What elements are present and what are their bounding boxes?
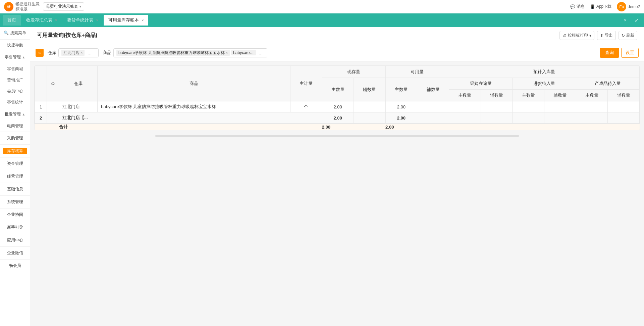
inventory-label[interactable]: 库存核算 xyxy=(3,148,27,154)
product-tag-1-close[interactable]: × xyxy=(226,51,228,55)
refresh-icon: ↻ xyxy=(622,33,625,38)
main-layout: 🔍 搜索菜单 快捷导航 零售管理 ▲ 零售商城 营销推广 会员中心 零售统计 批… xyxy=(0,27,644,326)
print-dropdown-icon: ▾ xyxy=(589,33,591,38)
cell-incoming-main-sub xyxy=(513,112,544,124)
sidebar-group-appstore-title[interactable]: 应用中心 xyxy=(0,234,30,246)
sidebar-item-member[interactable]: 会员中心 xyxy=(0,86,30,97)
content-area: 可用量查询(按仓库+商品) 🖨 按模板打印 ▾ ⬆ 导出 ↻ 刷新 xyxy=(30,27,644,326)
page-header: 可用量查询(按仓库+商品) 🖨 按模板打印 ▾ ⬆ 导出 ↻ 刷新 xyxy=(30,27,644,44)
th-incoming-header: 进货待入量 xyxy=(513,78,576,90)
store-selector[interactable]: 母婴行业演示账套 ▾ xyxy=(43,2,84,11)
product-more-btn[interactable]: … xyxy=(257,50,264,55)
cell-avail-main-1: 2.00 xyxy=(385,101,417,112)
print-btn[interactable]: 🖨 按模板打印 ▾ xyxy=(559,31,594,40)
cell-stock-main-1: 2.00 xyxy=(322,101,354,112)
cell-product-1: babycare学饮杯 儿童防摔防撞吸管杯重力球吸嘴杯宝宝水杯 xyxy=(98,101,290,112)
cell-stock-aux-1 xyxy=(354,101,385,112)
footer-stock-main: 2.00 xyxy=(322,124,354,130)
th-purchase-aux: 辅数量 xyxy=(481,90,513,101)
cell-production-main-sub xyxy=(576,112,608,124)
newbie-label: 新手引导 xyxy=(7,225,23,230)
sidebar-group-inventory-title[interactable]: 库存核算 xyxy=(0,145,30,157)
sidebar-group-basics-title[interactable]: 基础信息 xyxy=(0,183,30,195)
top-bar-right: 💬 消息 📱 App下载 Ea demo2 xyxy=(570,2,640,11)
cell-purchase-main-sub xyxy=(449,112,481,124)
user-profile[interactable]: Ea demo2 xyxy=(617,2,640,11)
product-filter-input[interactable]: babycare学饮杯 儿童防摔防撞吸管杯重力球吸嘴杯宝宝水杯 × babyca… xyxy=(113,48,267,57)
sidebar-group-wechat-title[interactable]: 企业微信 xyxy=(0,247,30,259)
th-available-header: 可用量 xyxy=(385,66,449,78)
cell-production-aux-1 xyxy=(608,101,640,112)
sidebar-item-retail-stats[interactable]: 零售统计 xyxy=(0,97,30,108)
product-tag-1: babycare学饮杯 儿童防摔防撞吸管杯重力球吸嘴杯宝宝水杯 × xyxy=(116,50,230,56)
warehouse-tag: 江北门店 × xyxy=(61,50,85,56)
print-icon: 🖨 xyxy=(562,33,567,38)
refresh-btn[interactable]: ↻ 刷新 xyxy=(619,31,637,40)
th-stock-header: 现存量 xyxy=(322,66,385,78)
warehouse-more-btn[interactable]: … xyxy=(86,50,93,55)
warehouse-filter-label: 仓库 xyxy=(48,50,56,56)
sidebar-item-retail-mall[interactable]: 零售商城 xyxy=(0,63,30,75)
sidebar-group-wholesale-title[interactable]: 批发管理 ▲ xyxy=(0,108,30,121)
tab-shoufashou[interactable]: 收发存汇总表 × xyxy=(21,15,62,26)
fullscreen-btn[interactable]: ⤢ xyxy=(632,15,641,25)
sidebar-group-newbie-title[interactable]: 新手引导 xyxy=(0,221,30,234)
sidebar-group-wholesale: 批发管理 ▲ 电商管理 xyxy=(0,108,30,132)
sidebar-group-collab-title[interactable]: 企业协同 xyxy=(0,208,30,221)
th-production-main: 主数量 xyxy=(576,90,608,101)
message-btn[interactable]: 💬 消息 xyxy=(570,4,585,9)
top-bar: 好 畅捷通好生意 标准版 母婴行业演示账套 ▾ 💬 消息 📱 App下载 Ea … xyxy=(0,0,644,13)
settings-button[interactable]: 设置 xyxy=(621,48,639,58)
th-stock-main: 主数量 xyxy=(322,78,354,101)
sidebar-group-finance-title[interactable]: 资金管理 xyxy=(0,157,30,170)
tab-keyongliang[interactable]: 可用量库存账本 × xyxy=(104,15,148,26)
sidebar-group-inventory: 库存核算 xyxy=(0,145,30,157)
sidebar-quick-nav[interactable]: 快捷导航 xyxy=(0,40,30,51)
footer-purchase-main xyxy=(449,124,481,130)
product-filter-label: 商品 xyxy=(103,50,111,56)
sidebar-group-purchase-title[interactable]: 采购管理 xyxy=(0,132,30,144)
th-settings[interactable]: ⚙ xyxy=(47,66,59,101)
nav-tabs: 首页 收发存汇总表 × 要货单统计表 × 可用量库存账本 × × ⤢ xyxy=(0,13,644,27)
table-row: 1 江北门店 babycare学饮杯 儿童防摔防撞吸管杯重力球吸嘴杯宝宝水杯 个… xyxy=(35,101,640,112)
cell-stock-main-sub: 2.00 xyxy=(322,112,354,124)
th-avail-main: 主数量 xyxy=(385,78,417,101)
sidebar-item-ecommerce[interactable]: 电商管理 xyxy=(0,121,30,132)
warehouse-tag-close[interactable]: × xyxy=(80,51,83,55)
cell-incoming-main-1 xyxy=(513,101,544,112)
app-download-btn[interactable]: 📱 App下载 xyxy=(590,4,611,9)
sidebar-search[interactable]: 🔍 搜索菜单 xyxy=(0,27,30,40)
vip-label: 畅会员 xyxy=(9,263,21,269)
sidebar-group-system-title[interactable]: 系统管理 xyxy=(0,196,30,208)
sidebar-group-collab: 企业协同 xyxy=(0,208,30,221)
top-bar-left: 好 畅捷通好生意 标准版 母婴行业演示账套 ▾ xyxy=(4,2,84,11)
close-yaohuo-icon[interactable]: × xyxy=(96,18,98,22)
table-footer-row: 合计 2.00 2.00 xyxy=(35,124,640,130)
export-icon: ⬆ xyxy=(600,33,603,38)
sidebar-group-vip: 畅会员 xyxy=(0,260,30,272)
close-shoufashou-icon[interactable]: × xyxy=(55,18,57,22)
tab-yaohuo[interactable]: 要货单统计表 × xyxy=(62,15,103,26)
sidebar-group-vip-title[interactable]: 畅会员 xyxy=(0,260,30,272)
sidebar-item-marketing[interactable]: 营销推广 xyxy=(0,75,30,86)
system-label: 系统管理 xyxy=(7,199,23,205)
close-all-tabs-btn[interactable]: × xyxy=(621,15,630,25)
th-rownum xyxy=(35,66,47,101)
tab-home[interactable]: 首页 xyxy=(3,15,21,26)
close-keyongliang-icon[interactable]: × xyxy=(142,18,144,22)
home-tab-label: 首页 xyxy=(7,17,16,23)
sidebar-group-zero-retail-title[interactable]: 零售管理 ▲ xyxy=(0,51,30,63)
sidebar-group-finance: 资金管理 xyxy=(0,157,30,170)
cell-purchase-main-1 xyxy=(449,101,481,112)
collab-label: 企业协同 xyxy=(7,212,23,218)
filter-expand-btn[interactable]: » xyxy=(36,49,44,57)
page-title: 可用量查询(按仓库+商品) xyxy=(37,32,97,39)
warehouse-filter-input[interactable]: 江北门店 × … xyxy=(58,48,99,57)
sidebar-group-operations-title[interactable]: 经营管理 xyxy=(0,170,30,183)
horizontal-scroll-area[interactable] xyxy=(30,134,644,138)
wechat-label: 企业微信 xyxy=(7,250,23,256)
export-btn[interactable]: ⬆ 导出 xyxy=(597,31,616,40)
yaohuo-tab-label: 要货单统计表 xyxy=(67,17,93,23)
sidebar: 🔍 搜索菜单 快捷导航 零售管理 ▲ 零售商城 营销推广 会员中心 零售统计 批… xyxy=(0,27,30,326)
query-button[interactable]: 查询 xyxy=(600,48,619,58)
